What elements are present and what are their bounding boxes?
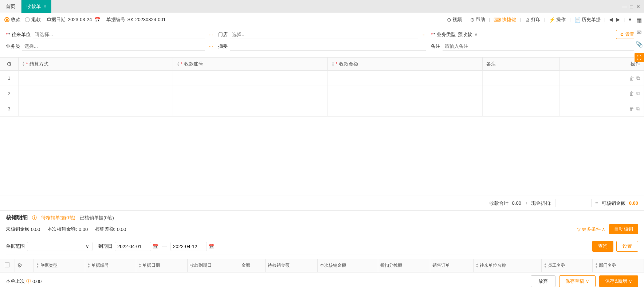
sidebar-attach-icon[interactable]: 📎 [636,41,643,48]
radio-receive[interactable]: 收款 [4,16,20,23]
table-header-row: ⚙ ▲▼ * 结算方式 ▲▼ * 收款账号 [0,58,644,71]
query-button[interactable]: 查询 [592,241,613,252]
date-from-input[interactable] [115,242,151,251]
row-2-amount[interactable] [328,86,483,101]
business-type-select[interactable]: 预收款 ∨ [458,31,614,38]
summary-input[interactable] [230,42,425,51]
remark-input[interactable] [443,42,638,51]
store-field: 门店 ··· [218,30,425,39]
setting-button-2[interactable]: 设置 [616,241,638,252]
bottom-settings-icon[interactable]: ⚙ [17,262,22,269]
partner-more-icon[interactable]: ··· [209,32,213,38]
th-settings[interactable]: ⚙ [0,58,18,71]
th-sales-order: 销售订单 [430,259,473,272]
table-row: 2 🗑 ⧉ [0,86,644,101]
row-2-remark[interactable] [482,86,559,101]
date-separator: — [161,244,168,249]
date-to-icon[interactable]: 📅 [208,244,214,249]
range-select-arrow: ∨ [86,244,89,249]
store-more-icon[interactable]: ··· [421,32,426,38]
filter-row: 单据范围 ∨ 到期日 📅 — 📅 查 [6,238,638,255]
prev-btn[interactable]: ◀ [609,17,613,22]
business-type-arrow[interactable]: ∨ [474,32,478,37]
th-checkbox[interactable] [0,259,15,272]
table-settings-icon[interactable]: ⚙ [7,61,12,67]
row-1-settlement[interactable] [18,71,173,86]
sidebar-mail-icon[interactable]: ✉ [637,29,641,36]
save-new-arrow: ∨ [629,279,632,284]
tab-close-icon[interactable]: × [44,4,46,9]
order-info-icon[interactable]: ⓘ [26,278,31,285]
radio-receive-circle [4,17,9,22]
abandon-button[interactable]: 放弃 [531,275,555,287]
th-due: 收款到期日 [187,259,239,272]
row-3-settlement[interactable] [18,101,173,117]
select-all-checkbox[interactable] [5,262,10,267]
history-btn[interactable]: 📄 历史单据 [574,16,601,23]
window-min-icon[interactable]: — [622,4,627,9]
window-max-icon[interactable]: □ [630,4,633,9]
plus-sign: + [525,200,528,206]
equals-sign: = [595,200,598,206]
row-3-remark[interactable] [482,101,559,117]
toolbar: 收款 退款 单据日期 2023-03-24 📅 单据编号 SK-20230324… [0,13,644,26]
help-btn[interactable]: ⊙ 帮助 [470,16,485,23]
verify-info-icon[interactable]: ⓘ [32,215,37,221]
row-3-amount[interactable] [328,101,483,117]
verify-done-tab[interactable]: 已核销单据(0笔) [80,215,114,221]
th-pending: 待核销金额 [266,259,318,272]
radio-refund[interactable]: 退款 [25,16,41,23]
discount-input[interactable] [555,199,592,207]
row-1-delete-icon[interactable]: 🗑 [629,75,634,81]
sidebar-table-icon[interactable]: ▦ [636,17,642,24]
staff-more-icon[interactable]: ··· [209,43,213,49]
menu-icon[interactable]: ≡ [628,17,631,22]
save-draft-label: 保存草稿 [565,278,584,285]
partner-input[interactable] [33,30,205,39]
row-2-delete-icon[interactable]: 🗑 [629,91,634,97]
row-3-delete-icon[interactable]: 🗑 [629,106,634,112]
staff-input[interactable] [22,42,205,51]
more-conditions-btn[interactable]: ▽ 更多条件 ∧ [577,226,605,232]
bottom-bar: 本单上次 ⓘ 0.00 放弃 保存草稿 ∨ 保存&新增 ∨ [0,272,644,290]
date-to-input[interactable] [170,242,207,251]
video-btn[interactable]: ⊙ 视频 [447,16,462,23]
th-current-label: 本次核销金额 [320,263,346,268]
save-new-button[interactable]: 保存&新增 ∨ [599,275,638,287]
print-label: 打印 [531,16,541,23]
row-1-remark[interactable] [482,71,559,86]
row-1-account[interactable] [173,71,328,86]
save-draft-button[interactable]: 保存草稿 ∨ [559,275,596,287]
window-close-icon[interactable]: ✕ [636,4,640,9]
remark-label: 备注 [431,43,440,50]
row-2-account[interactable] [173,86,328,101]
row-1-amount[interactable] [328,71,483,86]
store-input[interactable] [230,30,417,39]
row-1-copy-icon[interactable]: ⧉ [636,75,640,81]
range-select[interactable]: ∨ [27,242,93,251]
print-btn[interactable]: 🖨 打印 [525,16,541,23]
next-btn[interactable]: ▶ [616,17,620,22]
verify-pending-tab[interactable]: 待核销单据(0笔) [41,215,75,221]
th-sales-order-label: 销售订单 [432,263,450,268]
sidebar-screen-icon[interactable]: ⛶ [635,53,644,62]
operation-btn[interactable]: ⚡ 操作 [549,16,566,23]
date-calendar-icon[interactable]: 📅 [94,17,101,23]
th-number: ▲▼ 单据编号 [85,259,136,272]
row-3-copy-icon[interactable]: ⧉ [636,106,640,112]
row-2-settlement[interactable] [18,86,173,101]
number-field: 单据编号 SK-20230324-001 [106,16,166,23]
filter-icon: ▽ [577,227,581,232]
setting-label-2: 设置 [623,243,632,249]
row-2-copy-icon[interactable]: ⧉ [636,90,640,97]
auto-verify-button[interactable]: 自动核销 [609,224,638,234]
table-row: 3 🗑 ⧉ [0,101,644,117]
date-from-icon[interactable]: 📅 [153,244,158,249]
tab-home[interactable]: 首页 [0,0,21,13]
settings-label: 设置 [625,31,634,38]
row-3-account[interactable] [173,101,328,117]
th-settings2[interactable]: ⚙ [15,259,34,272]
shortcut-btn[interactable]: ⌨ 快捷键 [494,16,516,23]
tab-active[interactable]: 收款单 × [21,0,51,13]
th-number-label: 单据编号 [91,262,109,269]
